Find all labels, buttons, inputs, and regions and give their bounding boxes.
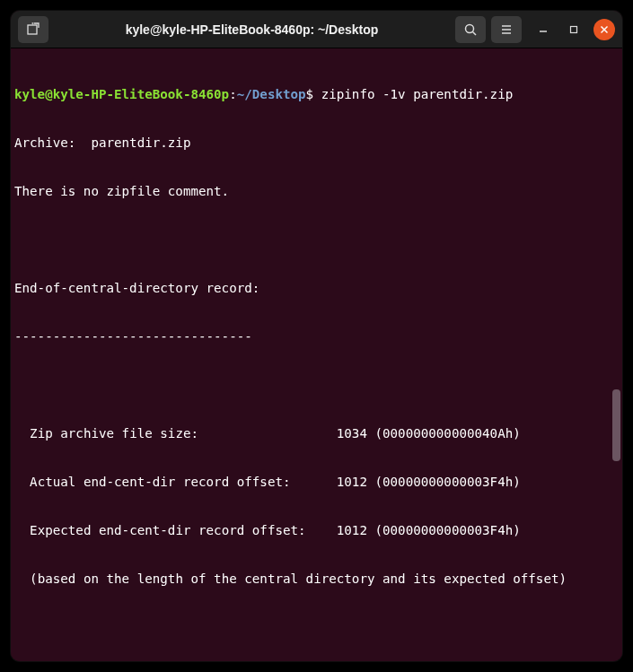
output-line: Archive: parentdir.zip: [14, 135, 619, 151]
titlebar: kyle@kyle-HP-EliteBook-8460p: ~/Desktop: [11, 11, 622, 48]
output-line: There is no zipfile comment.: [14, 183, 619, 199]
svg-line-2: [473, 31, 477, 35]
close-icon: [600, 25, 609, 34]
new-tab-icon: [26, 22, 40, 37]
output-line: [14, 619, 619, 635]
hamburger-icon: [499, 22, 514, 37]
output-line: [14, 377, 619, 393]
close-button[interactable]: [593, 19, 615, 40]
terminal-content[interactable]: kyle@kyle-HP-EliteBook-8460p:~/Desktop$ …: [11, 48, 622, 661]
maximize-icon: [569, 25, 578, 34]
output-line: [14, 231, 619, 248]
prompt-line: kyle@kyle-HP-EliteBook-8460p:~/Desktop$ …: [14, 86, 619, 102]
prompt-dollar: $: [306, 87, 321, 101]
output-line: Expected end-cent-dir record offset: 101…: [14, 522, 619, 538]
minimize-button[interactable]: [532, 19, 554, 40]
output-line: Zip archive file size: 1034 (00000000000…: [14, 425, 619, 441]
prompt-colon: :: [229, 87, 237, 101]
maximize-button[interactable]: [563, 19, 585, 40]
output-line: Actual end-cent-dir record offset: 1012 …: [14, 474, 619, 490]
output-line: -------------------------------: [14, 328, 619, 345]
svg-point-1: [466, 24, 474, 32]
new-tab-button[interactable]: [18, 16, 48, 43]
menu-button[interactable]: [491, 16, 522, 43]
scrollbar-thumb[interactable]: [612, 389, 620, 461]
terminal-window: kyle@kyle-HP-EliteBook-8460p: ~/Desktop: [11, 11, 622, 661]
window-controls: [527, 19, 615, 40]
minimize-icon: [539, 25, 548, 34]
output-line: (based on the length of the central dire…: [14, 571, 619, 587]
search-button[interactable]: [455, 16, 486, 43]
prompt-path: ~/Desktop: [237, 87, 306, 101]
prompt-user: kyle@kyle-HP-EliteBook-8460p: [14, 87, 229, 101]
svg-rect-0: [28, 25, 37, 34]
output-line: End-of-central-directory record:: [14, 280, 619, 296]
command: zipinfo -1v parentdir.zip: [321, 87, 514, 101]
svg-rect-7: [571, 26, 577, 32]
window-title: kyle@kyle-HP-EliteBook-8460p: ~/Desktop: [54, 22, 450, 37]
search-icon: [463, 22, 478, 37]
